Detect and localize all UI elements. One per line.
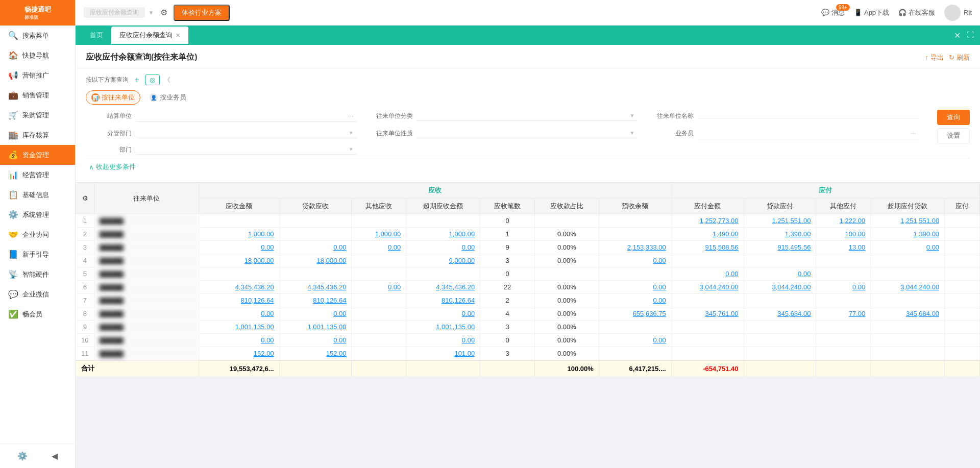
promo-button[interactable]: 体验行业方案 <box>174 5 230 21</box>
table-cell[interactable]: 13.00 <box>816 241 871 254</box>
filter-input-name[interactable] <box>698 114 919 118</box>
export-button[interactable]: ↑ 导出 <box>925 53 944 62</box>
table-cell[interactable]: 101.00 <box>406 347 480 361</box>
table-cell[interactable]: 0.00 <box>816 281 871 294</box>
app-download-button[interactable]: 📱 App下载 <box>854 8 889 17</box>
sidebar-item-search[interactable]: 🔍 搜索菜单 <box>0 26 75 45</box>
scheme-by-partner[interactable]: 📊 按往来单位 <box>86 90 140 105</box>
collapse-sidebar-icon[interactable]: ◀ <box>52 451 58 461</box>
table-cell[interactable]: 0.00 <box>599 281 671 294</box>
table-cell[interactable]: 0.00 <box>199 334 279 347</box>
table-cell[interactable]: 1,001,135.00 <box>199 321 279 334</box>
sidebar-item-sales[interactable]: 💼 销售管理 <box>0 85 75 105</box>
table-cell[interactable]: 0.00 <box>406 241 480 254</box>
settings-icon[interactable]: ⚙️ <box>17 451 28 461</box>
table-cell[interactable]: 345,684.00 <box>744 307 816 321</box>
user-avatar-area[interactable]: Rit <box>944 5 972 21</box>
window-close-button[interactable]: ✕ <box>954 31 961 40</box>
table-cell[interactable]: 915,495.56 <box>744 241 816 254</box>
table-cell[interactable]: 0.00 <box>352 281 406 294</box>
table-cell[interactable]: 4,345,436.20 <box>406 281 480 294</box>
table-cell[interactable]: 9,000.00 <box>406 254 480 267</box>
table-cell[interactable]: 810,126.64 <box>279 294 352 307</box>
table-cell[interactable]: 18,000.00 <box>279 254 352 267</box>
sidebar-item-funds[interactable]: 💰 资金管理 <box>0 145 75 165</box>
table-cell[interactable]: 1,251,551.00 <box>744 214 816 228</box>
sidebar-item-marketing[interactable]: 📢 营销推广 <box>0 65 75 85</box>
partner-cell[interactable]: ██████ <box>94 228 199 241</box>
table-cell[interactable]: 1,000.00 <box>199 228 279 241</box>
table-cell[interactable]: 4,345,436.20 <box>199 281 279 294</box>
partner-cell[interactable]: ██████ <box>94 307 199 321</box>
table-cell[interactable]: 0.00 <box>599 334 671 347</box>
table-cell[interactable]: 0.00 <box>406 307 480 321</box>
table-cell[interactable]: 1,390.00 <box>871 228 945 241</box>
table-cell[interactable]: 810,126.64 <box>199 294 279 307</box>
table-cell[interactable]: 0.00 <box>406 334 480 347</box>
table-cell[interactable]: 655,636.75 <box>599 307 671 321</box>
sidebar-item-member[interactable]: ✅ 畅会员 <box>0 304 75 324</box>
sidebar-item-basic[interactable]: 📋 基础信息 <box>0 185 75 205</box>
sidebar-item-operations[interactable]: 📊 经营管理 <box>0 165 75 185</box>
online-service-button[interactable]: 🎧 在线客服 <box>898 8 935 17</box>
partner-cell[interactable]: ██████ <box>94 294 199 307</box>
table-cell[interactable]: 1,000.00 <box>406 228 480 241</box>
table-cell[interactable]: 915,508.56 <box>671 241 744 254</box>
table-cell[interactable]: 77.00 <box>816 307 871 321</box>
table-cell[interactable]: 1,001,135.00 <box>406 321 480 334</box>
table-cell[interactable]: 2,153,333.00 <box>599 241 671 254</box>
partner-cell[interactable]: ██████ <box>94 241 199 254</box>
sidebar-item-purchase[interactable]: 🛒 采购管理 <box>0 105 75 125</box>
filter-input-category[interactable]: ▼ <box>417 111 638 121</box>
table-cell[interactable]: 0.00 <box>199 307 279 321</box>
table-cell[interactable]: 1,390.00 <box>744 228 816 241</box>
table-cell[interactable]: 0.00 <box>352 241 406 254</box>
table-cell[interactable]: 810,126.64 <box>406 294 480 307</box>
message-button[interactable]: 💬 消息 99+ <box>821 8 845 17</box>
sidebar-item-quicknav[interactable]: 🏠 快捷导航 <box>0 45 75 65</box>
table-cell[interactable]: 4,345,436.20 <box>279 281 352 294</box>
table-cell[interactable]: 0.00 <box>871 241 945 254</box>
collapse-more-button[interactable]: ∧ 收起更多条件 <box>89 162 136 171</box>
gear-icon[interactable]: ⚙ <box>160 8 167 17</box>
refresh-button[interactable]: ↻ 刷新 <box>949 53 970 62</box>
filter-collapse-icon[interactable]: 《 <box>164 76 170 85</box>
sidebar-item-enterprise[interactable]: 🤝 企业协同 <box>0 225 75 244</box>
filter-input-salesman[interactable]: ··· <box>698 127 919 139</box>
tab-home[interactable]: 首页 <box>82 27 111 44</box>
table-cell[interactable]: 3,044,240.00 <box>671 281 744 294</box>
partner-cell[interactable]: ██████ <box>94 321 199 334</box>
tab-query[interactable]: 应收应付余额查询 ✕ <box>111 27 188 44</box>
filter-scheme-button[interactable]: ◎ <box>145 75 160 85</box>
table-cell[interactable]: 1,001,135.00 <box>279 321 352 334</box>
table-cell[interactable]: 1,252,773.00 <box>671 214 744 228</box>
table-cell[interactable]: 3,044,240.00 <box>871 281 945 294</box>
table-cell[interactable]: 0.00 <box>599 294 671 307</box>
window-expand-button[interactable]: ⛶ <box>967 31 974 40</box>
table-cell[interactable]: 0.00 <box>279 334 352 347</box>
filter-add-button[interactable]: ＋ <box>133 75 141 85</box>
table-cell[interactable]: 345,684.00 <box>871 307 945 321</box>
table-cell[interactable]: 3,044,240.00 <box>744 281 816 294</box>
filter-input-dept[interactable]: ▼ <box>136 128 357 138</box>
partner-cell[interactable]: ██████ <box>94 214 199 228</box>
table-cell[interactable]: 152.00 <box>279 347 352 361</box>
query-button[interactable]: 查询 <box>937 110 970 125</box>
settings-button[interactable]: 设置 <box>937 128 970 143</box>
tab-close-icon[interactable]: ✕ <box>176 32 180 39</box>
table-cell[interactable]: 1,251,551.00 <box>871 214 945 228</box>
table-header-gear[interactable]: ⚙ <box>76 183 94 214</box>
table-cell[interactable]: 0.00 <box>744 267 816 281</box>
partner-cell[interactable]: ██████ <box>94 334 199 347</box>
partner-cell[interactable]: ██████ <box>94 267 199 281</box>
sidebar-item-inventory[interactable]: 🏬 库存核算 <box>0 125 75 145</box>
filter-input-nature[interactable]: ▼ <box>417 128 638 138</box>
partner-cell[interactable]: ██████ <box>94 254 199 267</box>
sidebar-item-system[interactable]: ⚙️ 系统管理 <box>0 205 75 225</box>
table-cell[interactable]: 0.00 <box>599 254 671 267</box>
table-cell[interactable]: 152.00 <box>199 347 279 361</box>
table-cell[interactable]: 100.00 <box>816 228 871 241</box>
partner-cell[interactable]: ██████ <box>94 281 199 294</box>
table-cell[interactable]: 0.00 <box>199 241 279 254</box>
partner-cell[interactable]: ██████ <box>94 347 199 361</box>
